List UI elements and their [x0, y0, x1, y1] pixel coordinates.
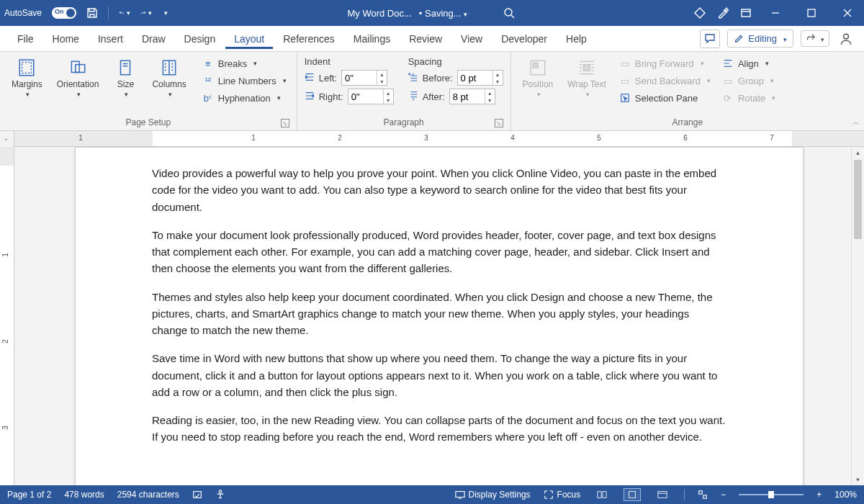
display-settings-button[interactable]: Display Settings: [455, 490, 531, 500]
save-status[interactable]: • Saving...: [419, 8, 467, 19]
comments-button[interactable]: [700, 30, 720, 48]
zoom-level[interactable]: 100%: [834, 490, 857, 500]
scroll-up-button[interactable]: ▲: [852, 147, 864, 158]
group-paragraph: Indent Left: ▲▼ Right: ▲▼ Spacing: [297, 52, 511, 130]
save-icon[interactable]: [86, 7, 98, 19]
maximize-button[interactable]: [799, 0, 824, 26]
spell-check-icon[interactable]: [192, 490, 202, 500]
tab-layout[interactable]: Layout: [225, 29, 273, 49]
spacing-heading: Spacing: [408, 56, 503, 67]
tab-review[interactable]: Review: [400, 29, 451, 49]
indent-right-icon: [305, 91, 315, 103]
status-page[interactable]: Page 1 of 2: [7, 490, 51, 500]
margins-button[interactable]: Margins: [7, 56, 47, 99]
svg-rect-5: [22, 62, 32, 73]
scroll-track[interactable]: [852, 158, 864, 474]
spin-up[interactable]: ▲: [493, 71, 503, 78]
tab-home[interactable]: Home: [44, 29, 88, 49]
search-icon[interactable]: [503, 7, 515, 19]
svg-rect-20: [703, 495, 706, 498]
group-button[interactable]: ▭Group: [719, 73, 778, 88]
spacing-before-label: Before:: [423, 73, 453, 84]
indent-right-input[interactable]: ▲▼: [348, 89, 394, 104]
status-chars[interactable]: 2594 characters: [117, 490, 179, 500]
pen-sparkle-icon[interactable]: [717, 7, 729, 19]
spin-up[interactable]: ▲: [384, 89, 393, 96]
minimize-button[interactable]: [763, 0, 788, 26]
scroll-thumb[interactable]: [854, 160, 862, 239]
tab-design[interactable]: Design: [176, 29, 225, 49]
accessibility-icon[interactable]: [215, 490, 225, 500]
paragraph[interactable]: To make your document look professionall…: [152, 227, 726, 277]
editing-mode-button[interactable]: Editing: [727, 30, 793, 48]
dialog-launcher[interactable]: ↘: [495, 119, 503, 127]
diamond-icon[interactable]: [694, 7, 706, 19]
zoom-out-button[interactable]: −: [721, 490, 726, 500]
autosave-toggle[interactable]: On: [52, 7, 76, 19]
tab-references[interactable]: References: [274, 29, 343, 49]
page[interactable]: Video provides a powerful way to help yo…: [75, 147, 804, 485]
spin-down[interactable]: ▼: [493, 78, 503, 85]
send-backward-button[interactable]: ▭Send Backward: [616, 73, 714, 88]
focus-button[interactable]: Focus: [544, 490, 581, 500]
tab-help[interactable]: Help: [557, 29, 595, 49]
paragraph[interactable]: Themes and styles also help keep your do…: [152, 289, 726, 339]
hyphenation-button[interactable]: bᶜHyphenation: [199, 91, 289, 105]
spin-down[interactable]: ▼: [377, 78, 387, 85]
bring-forward-button[interactable]: ▭Bring Forward: [616, 56, 714, 71]
spin-down[interactable]: ▼: [485, 96, 495, 104]
svg-point-15: [219, 490, 222, 493]
tab-view[interactable]: View: [452, 29, 491, 49]
spin-up[interactable]: ▲: [485, 89, 495, 96]
qat-customize-icon[interactable]: [162, 7, 168, 19]
collapse-ribbon-button[interactable]: ︿: [852, 117, 860, 127]
redo-icon[interactable]: [140, 7, 152, 19]
read-mode-button[interactable]: [593, 488, 611, 501]
svg-rect-12: [584, 65, 590, 71]
selection-pane-button[interactable]: Selection Pane: [616, 91, 714, 105]
tab-file[interactable]: File: [9, 29, 42, 49]
svg-point-0: [505, 9, 512, 16]
rotate-button[interactable]: ⟳Rotate: [719, 91, 778, 105]
status-words[interactable]: 478 words: [64, 490, 104, 500]
indent-left-input[interactable]: ▲▼: [341, 70, 387, 86]
web-layout-button[interactable]: [654, 488, 671, 501]
dialog-launcher[interactable]: ↘: [281, 119, 289, 127]
paragraph[interactable]: Reading is easier, too, in the new Readi…: [152, 412, 726, 446]
tab-insert[interactable]: Insert: [89, 29, 132, 49]
scroll-down-button[interactable]: ▼: [852, 474, 864, 485]
wrap-text-button[interactable]: Wrap Text: [563, 56, 611, 99]
tab-draw[interactable]: Draw: [133, 29, 174, 49]
print-layout-button[interactable]: [624, 488, 641, 501]
ribbon-display-icon[interactable]: [740, 7, 752, 19]
breaks-button[interactable]: ≡Breaks: [199, 56, 289, 71]
paragraph[interactable]: Video provides a powerful way to help yo…: [152, 165, 726, 215]
vertical-ruler[interactable]: 1 2 3: [0, 147, 14, 485]
spin-up[interactable]: ▲: [377, 71, 387, 78]
spin-down[interactable]: ▼: [384, 96, 393, 104]
close-button[interactable]: [835, 0, 860, 26]
zoom-tools-icon[interactable]: [698, 490, 708, 500]
rotate-icon: ⟳: [722, 92, 734, 104]
spacing-after-input[interactable]: ▲▼: [449, 89, 495, 104]
size-button[interactable]: Size: [109, 56, 142, 99]
tab-mailings[interactable]: Mailings: [345, 29, 399, 49]
undo-icon[interactable]: [119, 7, 130, 19]
orientation-button[interactable]: Orientation: [53, 56, 104, 99]
zoom-in-button[interactable]: +: [816, 490, 822, 500]
tab-developer[interactable]: Developer: [492, 29, 556, 49]
line-numbers-button[interactable]: ¹²Line Numbers: [199, 73, 289, 88]
share-button[interactable]: [801, 30, 829, 47]
columns-button[interactable]: Columns: [148, 56, 190, 99]
account-button[interactable]: [837, 30, 855, 48]
horizontal-ruler[interactable]: 1 1 2 3 4 5 6 7: [14, 131, 864, 147]
vertical-scrollbar[interactable]: ▲ ▼: [851, 147, 864, 485]
paragraph[interactable]: Save time in Word with new buttons that …: [152, 350, 726, 400]
group-label: Page Setup: [125, 117, 171, 127]
svg-rect-19: [699, 491, 702, 494]
position-button[interactable]: Position: [518, 56, 558, 99]
zoom-slider[interactable]: [739, 494, 804, 495]
page-content[interactable]: Video provides a powerful way to help yo…: [76, 148, 803, 472]
align-button[interactable]: Align: [719, 56, 778, 71]
spacing-before-input[interactable]: ▲▼: [457, 70, 503, 86]
